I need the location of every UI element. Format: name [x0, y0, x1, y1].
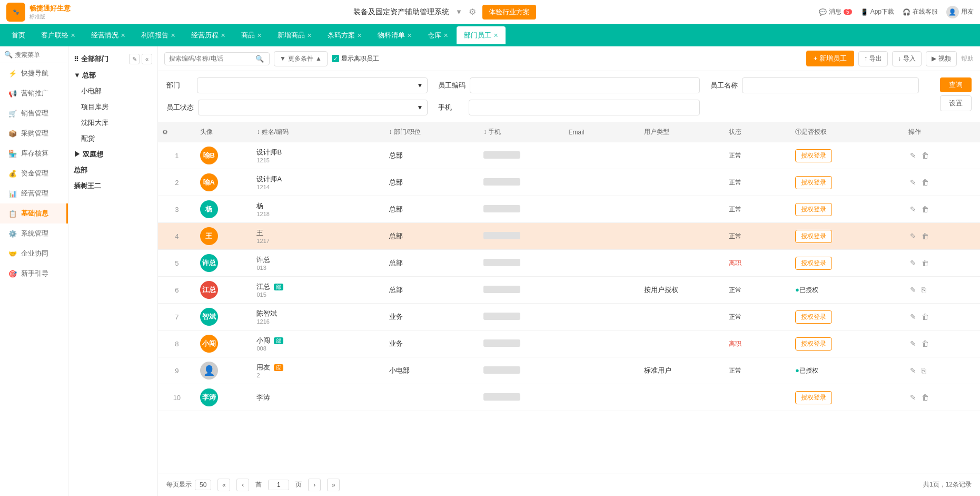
search-submit-icon[interactable]: 🔍 — [255, 55, 264, 63]
message-item[interactable]: 💬 消息 5 — [819, 7, 852, 16]
tab-goods-close-icon[interactable]: ✕ — [257, 32, 262, 39]
tab-home[interactable]: 首页 — [4, 26, 33, 44]
row5-edit-icon[interactable]: ✎ — [908, 259, 918, 267]
tree-item-chashuwang[interactable]: 插树王二 — [68, 178, 157, 194]
prev-page-btn[interactable]: ‹ — [236, 479, 249, 491]
filter-status-select[interactable]: ▼ — [198, 100, 428, 115]
tab-bom[interactable]: 物料清单 ✕ — [370, 26, 419, 44]
settings-icon[interactable]: ⚙ — [469, 7, 476, 17]
tab-history[interactable]: 经营历程 ✕ — [184, 26, 233, 44]
filter-emp-code-input[interactable] — [470, 77, 699, 93]
tab-goods[interactable]: 商品 ✕ — [234, 26, 269, 44]
col-dept[interactable]: ↕ 部门/职位 — [385, 122, 479, 142]
row1-edit-icon[interactable]: ✎ — [908, 151, 918, 160]
online-service-item[interactable]: 🎧 在线客服 — [903, 7, 938, 16]
auth-btn-8[interactable]: 授权登录 — [795, 337, 832, 351]
query-btn[interactable]: 查询 — [940, 77, 972, 92]
row6-edit-icon[interactable]: ✎ — [908, 286, 918, 294]
sidebar-item-collab[interactable]: 🤝 企业协同 — [0, 244, 68, 264]
row3-delete-icon[interactable]: 🗑 — [920, 205, 930, 213]
auth-btn-4[interactable]: 授权登录 — [795, 230, 832, 243]
col-phone[interactable]: ↕ 手机 — [479, 122, 564, 142]
sidebar-item-finance[interactable]: 💰 资金管理 — [0, 163, 68, 183]
filter-emp-name-input[interactable] — [742, 77, 919, 93]
sidebar-search-input[interactable] — [15, 51, 57, 59]
row6-copy-icon[interactable]: ⎘ — [920, 286, 927, 294]
help-btn[interactable]: 帮助 — [961, 54, 974, 63]
tab-profit[interactable]: 利润报告 ✕ — [134, 26, 183, 44]
row8-delete-icon[interactable]: 🗑 — [920, 339, 930, 348]
next-page-btn[interactable]: › — [308, 479, 321, 491]
tree-item-general-hq[interactable]: ▼ 总部 — [68, 67, 157, 83]
show-resigned-checkbox[interactable]: ✓ — [332, 55, 339, 62]
row5-delete-icon[interactable]: 🗑 — [920, 259, 930, 267]
sidebar-item-system[interactable]: ⚙️ 系统管理 — [0, 223, 68, 244]
tree-item-small-elec[interactable]: 小电部 — [68, 83, 157, 99]
auth-btn-3[interactable]: 授权登录 — [795, 203, 832, 216]
tab-customer-close-icon[interactable]: ✕ — [71, 32, 75, 39]
current-page-input[interactable] — [268, 480, 289, 490]
more-filter-btn[interactable]: ▼ 更多条件 ▲ — [274, 51, 328, 66]
add-employee-btn[interactable]: + 新增员工 — [806, 51, 854, 66]
tab-operation-status-close-icon[interactable]: ✕ — [121, 32, 125, 39]
row3-edit-icon[interactable]: ✎ — [908, 205, 918, 213]
tab-bom-close-icon[interactable]: ✕ — [407, 32, 412, 39]
row4-delete-icon[interactable]: 🗑 — [920, 232, 930, 240]
row9-copy-icon[interactable]: ⎘ — [920, 366, 927, 375]
export-btn[interactable]: ↑ 导出 — [858, 51, 888, 66]
tree-item-shenyang[interactable]: 沈阳大库 — [68, 115, 157, 131]
sidebar-item-guide[interactable]: 🎯 新手引导 — [0, 264, 68, 284]
dropdown-arrow-icon[interactable]: ▼ — [456, 8, 462, 16]
sidebar-item-quick-nav[interactable]: ⚡ 快捷导航 — [0, 63, 68, 83]
filter-phone-input[interactable] — [469, 100, 699, 115]
tree-all-dept[interactable]: ⠿ 全部部门 — [74, 54, 108, 64]
auth-btn-5[interactable]: 授权登录 — [795, 257, 832, 270]
view-btn[interactable]: ▶ 视频 — [926, 51, 957, 66]
tab-add-goods-close-icon[interactable]: ✕ — [307, 32, 312, 39]
sidebar-item-sales[interactable]: 🛒 销售管理 — [0, 103, 68, 123]
user-item[interactable]: 👤 用友 — [946, 6, 974, 18]
search-input[interactable] — [169, 55, 253, 62]
import-btn[interactable]: ↓ 导入 — [892, 51, 922, 66]
filter-dept-select[interactable]: ▼ — [197, 77, 428, 93]
row7-edit-icon[interactable]: ✎ — [908, 313, 918, 321]
row8-edit-icon[interactable]: ✎ — [908, 339, 918, 348]
sidebar-item-purchase[interactable]: 📦 采购管理 — [0, 123, 68, 143]
auth-btn-1[interactable]: 授权登录 — [795, 149, 832, 162]
tab-dept-staff[interactable]: 部门员工 ✕ — [457, 26, 506, 44]
tab-add-goods[interactable]: 新增商品 ✕ — [270, 26, 319, 44]
tab-barcode-close-icon[interactable]: ✕ — [357, 32, 362, 39]
tab-warehouse-close-icon[interactable]: ✕ — [443, 32, 448, 39]
app-download-item[interactable]: 📱 App下载 — [860, 7, 894, 16]
tree-edit-btn[interactable]: ✎ — [129, 54, 140, 64]
row2-delete-icon[interactable]: 🗑 — [920, 178, 930, 187]
tree-item-distribution[interactable]: 配货 — [68, 131, 157, 147]
tab-warehouse[interactable]: 仓库 ✕ — [420, 26, 456, 44]
col-name[interactable]: ↕ 姓名/编码 — [252, 122, 384, 142]
auth-btn-2[interactable]: 授权登录 — [795, 176, 832, 189]
trial-button[interactable]: 体验行业方案 — [482, 5, 536, 20]
tree-item-shuangtingxiang[interactable]: ▶ 双庭想 — [68, 147, 157, 162]
auth-btn-10[interactable]: 授权登录 — [795, 391, 832, 404]
tab-profit-close-icon[interactable]: ✕ — [171, 32, 175, 39]
col-settings[interactable]: ⚙ — [158, 122, 196, 142]
sidebar-item-basic[interactable]: 📋 基础信息 — [0, 203, 68, 223]
page-size-value[interactable]: 50 — [195, 480, 211, 490]
show-resigned-toggle[interactable]: ✓ 显示离职员工 — [332, 54, 379, 63]
row1-delete-icon[interactable]: 🗑 — [920, 151, 930, 160]
tab-history-close-icon[interactable]: ✕ — [221, 32, 225, 39]
last-page-btn[interactable]: » — [327, 479, 340, 491]
set-btn[interactable]: 设置 — [940, 95, 972, 111]
tree-collapse-btn[interactable]: « — [142, 54, 152, 64]
sidebar-item-inventory[interactable]: 🏪 库存核算 — [0, 143, 68, 163]
row10-delete-icon[interactable]: 🗑 — [920, 393, 930, 402]
sidebar-item-marketing[interactable]: 📢 营销推广 — [0, 83, 68, 103]
tree-item-hq[interactable]: 总部 — [68, 162, 157, 178]
row2-edit-icon[interactable]: ✎ — [908, 178, 918, 187]
row7-delete-icon[interactable]: 🗑 — [920, 313, 930, 321]
sidebar-item-operation[interactable]: 📊 经营管理 — [0, 183, 68, 203]
row4-edit-icon[interactable]: ✎ — [908, 232, 918, 240]
auth-btn-7[interactable]: 授权登录 — [795, 310, 832, 324]
tab-customer[interactable]: 客户联络 ✕ — [34, 26, 83, 44]
tab-operation-status[interactable]: 经营情况 ✕ — [84, 26, 133, 44]
